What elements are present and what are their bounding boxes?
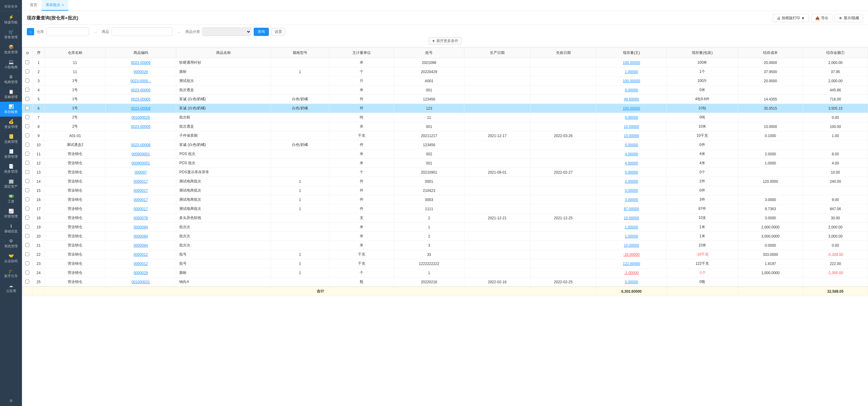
row-checkbox[interactable] (22, 113, 33, 122)
row-product-code[interactable]: 000900001 (105, 149, 176, 159)
row-checkbox[interactable] (22, 204, 33, 213)
row-checkbox[interactable] (22, 131, 33, 140)
row-qty-main[interactable]: 0.00000 (596, 277, 667, 287)
row-qty-main[interactable]: 10.00000 (596, 131, 667, 140)
row-product-code[interactable]: 0000017 (105, 195, 176, 204)
row-qty-main[interactable]: 4.00000 (596, 159, 667, 168)
row-qty-main[interactable]: 1.00000 (596, 232, 667, 241)
row-qty-main[interactable]: 100.00000 (596, 104, 667, 113)
sidebar-item-basic-info[interactable]: ℹ 基础信息 (0, 221, 22, 236)
row-checkbox[interactable] (22, 95, 33, 104)
sidebar-item-tax[interactable]: 📑 税务管理 (0, 162, 22, 176)
category-select[interactable] (203, 27, 251, 36)
row-checkbox[interactable] (22, 58, 33, 67)
row-product-code[interactable]: 0000012 (105, 259, 176, 268)
row-checkbox[interactable] (22, 213, 33, 223)
sidebar-item-sys[interactable]: ⚙ 系统管理 (0, 236, 22, 251)
row-qty-main[interactable]: 4.00000 (596, 149, 667, 159)
row-checkbox[interactable] (22, 195, 33, 204)
sidebar-item-cloud[interactable]: ☁ 云应用 (0, 281, 22, 296)
sidebar-item-general[interactable]: 📒 总账管理 (0, 132, 22, 146)
row-checkbox[interactable] (22, 186, 33, 195)
sidebar-item-ecom[interactable]: 🖥 电商管理 (0, 72, 22, 87)
row-qty-main[interactable]: 122.00000 (596, 259, 667, 268)
row-product-code[interactable]: 0000084 (105, 232, 176, 241)
sidebar-item-mini-ecom[interactable]: 💻 小批电商 (0, 57, 22, 72)
row-qty-main[interactable]: 0.00000 (596, 168, 667, 177)
row-qty-main[interactable]: 1.00000 (596, 67, 667, 76)
row-checkbox[interactable] (22, 250, 33, 259)
sidebar-item-ops[interactable]: 📈 经营管理 (0, 206, 22, 221)
filter-arrow-button[interactable]: › (27, 28, 34, 35)
export-button[interactable]: 📤 导出 (811, 14, 832, 22)
row-qty-main[interactable]: 3.00000 (596, 195, 667, 204)
row-checkbox[interactable] (22, 149, 33, 159)
row-checkbox[interactable] (22, 177, 33, 186)
row-product-code[interactable]: 0023-0000... (105, 76, 176, 86)
sidebar-item-guide[interactable]: 🎓 新手引导 (0, 266, 22, 281)
row-product-code[interactable]: 0000029 (105, 268, 176, 277)
row-checkbox[interactable] (22, 168, 33, 177)
row-checkbox[interactable] (22, 76, 33, 86)
sidebar-item-invoice[interactable]: 🧾 发票管理 (0, 146, 22, 162)
row-product-code[interactable]: 0023-00008 (105, 104, 176, 113)
row-qty-main[interactable]: 0.00000 (596, 186, 667, 195)
row-checkbox[interactable] (22, 277, 33, 287)
row-checkbox[interactable] (22, 122, 33, 131)
sidebar-item-inventory[interactable]: 📊 库存核查 (0, 102, 22, 117)
sidebar-search[interactable]: 搜索菜单 (0, 2, 22, 11)
row-product-code[interactable]: 0000017 (105, 186, 176, 195)
row-product-code[interactable]: 0000017 (105, 204, 176, 213)
row-checkbox[interactable] (22, 159, 33, 168)
search-button[interactable]: 查询 (254, 28, 269, 36)
row-product-code[interactable]: 0000012 (105, 250, 176, 259)
row-checkbox[interactable] (22, 86, 33, 95)
row-qty-main[interactable]: 1.00000 (596, 223, 667, 232)
sidebar-item-purchase[interactable]: 📋 采购管理 (0, 87, 22, 102)
row-product-code[interactable]: 0023-00005 (105, 122, 176, 131)
row-product-code[interactable]: 000097 (105, 168, 176, 177)
row-qty-main[interactable]: 10.00000 (596, 213, 667, 223)
row-product-code[interactable]: 0023-00008 (105, 140, 176, 149)
row-product-code[interactable]: 0000017 (105, 177, 176, 186)
row-qty-main[interactable]: 0.00000 (596, 113, 667, 122)
col-checkbox[interactable]: ⊙ (22, 48, 33, 58)
row-product-code[interactable]: 0000084 (105, 241, 176, 250)
sidebar-item-labor[interactable]: 💵 工资 (0, 191, 22, 206)
row-product-code[interactable]: 001000026 (105, 113, 176, 122)
tab-close-stock-batch[interactable]: ✕ (62, 3, 64, 7)
settings-button[interactable]: ⚙ (6, 396, 16, 406)
row-qty-main[interactable]: 0.00000 (596, 140, 667, 149)
sidebar-item-wholesale[interactable]: 📦 批发管理 (0, 42, 22, 57)
row-qty-main[interactable]: 49.60000 (596, 95, 667, 104)
row-product-code[interactable]: 0023-00009 (105, 58, 176, 67)
row-checkbox[interactable] (22, 104, 33, 113)
row-qty-main[interactable]: 100.00000 (596, 76, 667, 86)
row-product-code[interactable]: 0000078 (105, 213, 176, 223)
tab-stock-batch[interactable]: 库存批次 ✕ (41, 0, 68, 11)
row-checkbox[interactable] (22, 241, 33, 250)
row-checkbox[interactable] (22, 140, 33, 149)
row-qty-main[interactable]: 0.00000 (596, 86, 667, 95)
product-input[interactable] (112, 27, 173, 36)
row-qty-main[interactable]: 100.00000 (596, 58, 667, 67)
row-qty-main[interactable]: -1.00000 (596, 268, 667, 277)
sidebar-item-collab[interactable]: 🤝 企业协同 (0, 251, 22, 266)
row-checkbox[interactable] (22, 268, 33, 277)
row-checkbox[interactable] (22, 223, 33, 232)
warehouse-input[interactable] (46, 27, 89, 36)
row-product-code[interactable]: 001000031 (105, 277, 176, 287)
row-qty-main[interactable]: 10.00000 (596, 122, 667, 131)
row-qty-main[interactable]: 10.00000 (596, 241, 667, 250)
set-button[interactable]: 设置 (271, 28, 285, 36)
sidebar-item-assets[interactable]: 💰 资金管理 (0, 117, 22, 132)
row-checkbox[interactable] (22, 232, 33, 241)
tab-home[interactable]: 首页 (26, 0, 41, 11)
toggle-button[interactable]: 👁 显示/隐藏 (835, 14, 863, 22)
sidebar-item-fixed-assets[interactable]: 🏢 固定资产 (0, 176, 22, 191)
sidebar-item-quick-nav[interactable]: ⚡ 快捷导航 (0, 12, 22, 27)
row-qty-main[interactable]: 2.00000 (596, 177, 667, 186)
row-qty-main[interactable]: -16.00000 (596, 250, 667, 259)
sidebar-item-retail[interactable]: 🛒 零售管理 (0, 27, 22, 42)
row-product-code[interactable]: 0023-00005 (105, 95, 176, 104)
